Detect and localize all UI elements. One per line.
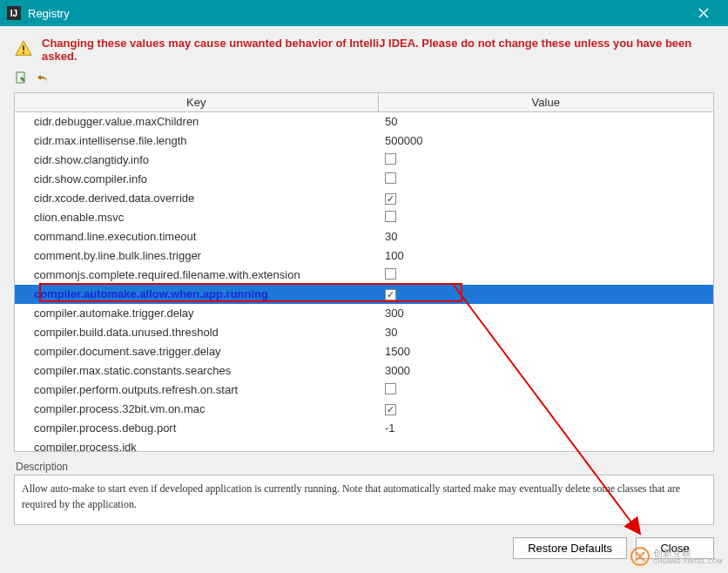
table-row[interactable]: commonjs.complete.required.filename.with… xyxy=(15,266,713,285)
titlebar: IJ Registry xyxy=(0,0,728,26)
registry-value[interactable]: 300 xyxy=(378,304,713,323)
edit-icon[interactable] xyxy=(14,71,28,85)
table-row[interactable]: compiler.max.static.constants.searches30… xyxy=(15,361,713,381)
table-row[interactable]: cidr.show.compiler.info xyxy=(15,170,713,189)
svg-rect-3 xyxy=(23,51,24,53)
registry-value[interactable]: 50 xyxy=(378,112,713,131)
checkbox[interactable] xyxy=(385,383,396,394)
close-icon[interactable] xyxy=(686,0,721,26)
table-row[interactable]: cidr.max.intellisense.file.length500000 xyxy=(15,131,713,151)
table-row[interactable]: cidr.show.clangtidy.info xyxy=(15,151,713,170)
close-button[interactable]: Close xyxy=(636,537,714,559)
registry-key: compiler.build.data.unused.threshold xyxy=(15,323,378,342)
registry-key: clion.enable.msvc xyxy=(15,208,378,227)
table-row[interactable]: compiler.process.jdk xyxy=(15,438,713,453)
registry-value[interactable] xyxy=(378,438,713,453)
checkbox[interactable] xyxy=(385,211,396,222)
table-row[interactable]: command.line.execution.timeout30 xyxy=(15,227,713,246)
registry-value[interactable]: -1 xyxy=(378,419,713,438)
registry-key: compiler.automake.trigger.delay xyxy=(15,304,378,323)
restore-defaults-button[interactable]: Restore Defaults xyxy=(513,537,627,559)
checkbox[interactable] xyxy=(385,193,396,205)
registry-value[interactable] xyxy=(378,208,713,227)
table-row[interactable]: compiler.automake.allow.when.app.running xyxy=(15,285,713,304)
registry-key: compiler.process.jdk xyxy=(15,438,378,453)
registry-value[interactable] xyxy=(378,285,713,304)
checkbox[interactable] xyxy=(385,404,396,415)
registry-value[interactable]: 3000 xyxy=(378,361,713,381)
registry-key: cidr.xcode.derived.data.override xyxy=(15,189,378,208)
window-title: Registry xyxy=(28,7,686,20)
table-row[interactable]: clion.enable.msvc xyxy=(15,208,713,227)
description-text: Allow auto-make to start even if develop… xyxy=(14,475,714,525)
table-row[interactable]: compiler.build.data.unused.threshold30 xyxy=(15,323,713,342)
registry-value[interactable]: 30 xyxy=(378,323,713,342)
registry-key: compiler.automake.allow.when.app.running xyxy=(15,285,378,304)
registry-key: commonjs.complete.required.filename.with… xyxy=(15,266,378,285)
app-icon: IJ xyxy=(7,6,21,20)
table-row[interactable]: comment.by.line.bulk.lines.trigger100 xyxy=(15,246,713,266)
registry-key: compiler.max.static.constants.searches xyxy=(15,361,378,381)
registry-value[interactable] xyxy=(378,381,713,400)
svg-rect-2 xyxy=(23,45,24,51)
table-row[interactable]: compiler.document.save.trigger.delay1500 xyxy=(15,342,713,361)
registry-key: cidr.max.intellisense.file.length xyxy=(15,131,378,151)
registry-key: cidr.debugger.value.maxChildren xyxy=(15,112,378,131)
table-row[interactable]: compiler.process.debug.port-1 xyxy=(15,419,713,438)
registry-key: comment.by.line.bulk.lines.trigger xyxy=(15,246,378,266)
registry-value[interactable] xyxy=(378,170,713,189)
undo-icon[interactable] xyxy=(37,71,51,85)
checkbox[interactable] xyxy=(385,268,396,280)
table-row[interactable]: compiler.automake.trigger.delay300 xyxy=(15,304,713,323)
warning-banner: Changing these values may cause unwanted… xyxy=(14,37,714,63)
column-header-key[interactable]: Key xyxy=(15,93,378,112)
registry-key: command.line.execution.timeout xyxy=(15,227,378,246)
registry-value[interactable] xyxy=(378,266,713,285)
registry-key: compiler.perform.outputs.refresh.on.star… xyxy=(15,381,378,400)
registry-key: compiler.document.save.trigger.delay xyxy=(15,342,378,361)
table-row[interactable]: compiler.perform.outputs.refresh.on.star… xyxy=(15,381,713,400)
registry-value[interactable]: 100 xyxy=(378,246,713,266)
warning-icon xyxy=(14,39,33,61)
registry-value[interactable]: 1500 xyxy=(378,342,713,361)
checkbox[interactable] xyxy=(385,289,396,300)
registry-value[interactable] xyxy=(378,151,713,170)
registry-key: cidr.show.compiler.info xyxy=(15,170,378,189)
table-row[interactable]: cidr.debugger.value.maxChildren50 xyxy=(15,112,713,131)
table-row[interactable]: cidr.xcode.derived.data.override xyxy=(15,189,713,208)
warning-text: Changing these values may cause unwanted… xyxy=(42,37,714,63)
checkbox[interactable] xyxy=(385,153,396,165)
description-label: Description xyxy=(14,461,714,473)
column-header-value[interactable]: Value xyxy=(378,93,713,112)
registry-key: cidr.show.clangtidy.info xyxy=(15,151,378,170)
registry-value[interactable] xyxy=(378,400,713,419)
registry-key: compiler.process.debug.port xyxy=(15,419,378,438)
table-row[interactable]: compiler.process.32bit.vm.on.mac xyxy=(15,400,713,419)
registry-value[interactable]: 500000 xyxy=(378,131,713,151)
registry-value[interactable]: 30 xyxy=(378,227,713,246)
registry-value[interactable] xyxy=(378,189,713,208)
checkbox[interactable] xyxy=(385,172,396,184)
registry-key: compiler.process.32bit.vm.on.mac xyxy=(15,400,378,419)
registry-table[interactable]: Key Value cidr.debugger.value.maxChildre… xyxy=(14,92,714,452)
